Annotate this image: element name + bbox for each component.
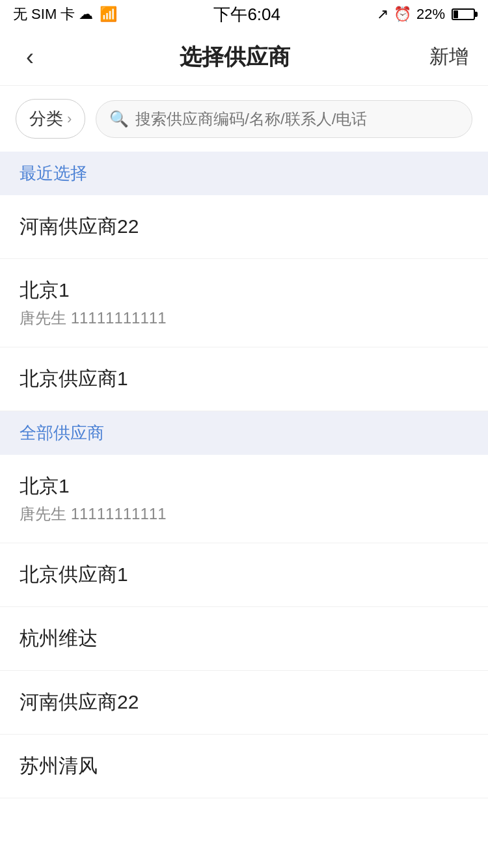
filter-bar: 分类 › 🔍 xyxy=(0,86,488,152)
search-input[interactable] xyxy=(135,110,459,128)
status-right: ↗ ⏰ 22% xyxy=(377,6,475,23)
list-item[interactable]: 河南供应商22 xyxy=(0,671,488,735)
status-left: 无 SIM 卡 ☁ 📶 xyxy=(13,5,117,24)
location-icon: ↗ xyxy=(377,6,388,23)
supplier-list: 最近选择河南供应商22北京1唐先生 11111111111北京供应商1全部供应商… xyxy=(0,152,488,798)
section-header-text-recent: 最近选择 xyxy=(20,163,87,183)
page-title: 选择供应商 xyxy=(180,42,290,72)
status-time: 下午6:04 xyxy=(213,3,280,26)
alarm-icon: ⏰ xyxy=(394,6,411,23)
item-name: 北京供应商1 xyxy=(20,366,468,392)
item-name: 杭州维达 xyxy=(20,625,468,652)
section-header-all: 全部供应商 xyxy=(0,411,488,455)
category-label: 分类 xyxy=(29,107,63,130)
sim-status: 无 SIM 卡 ☁ xyxy=(13,5,93,24)
list-item[interactable]: 北京供应商1 xyxy=(0,347,488,411)
wifi-icon: 📶 xyxy=(100,6,117,23)
section-header-recent: 最近选择 xyxy=(0,152,488,195)
chevron-right-icon: › xyxy=(67,111,72,128)
item-name: 北京供应商1 xyxy=(20,562,468,588)
item-name: 苏州清风 xyxy=(20,753,468,780)
battery-percent: 22% xyxy=(416,6,445,23)
list-item[interactable]: 北京1唐先生 11111111111 xyxy=(0,455,488,543)
status-bar: 无 SIM 卡 ☁ 📶 下午6:04 ↗ ⏰ 22% xyxy=(0,0,488,29)
item-name: 河南供应商22 xyxy=(20,213,468,240)
nav-bar: ‹ 选择供应商 新增 xyxy=(0,29,488,86)
list-item[interactable]: 河南供应商22 xyxy=(0,195,488,259)
item-name: 北京1 xyxy=(20,277,468,304)
item-detail: 唐先生 11111111111 xyxy=(20,308,468,329)
item-detail: 唐先生 11111111111 xyxy=(20,504,468,524)
list-item[interactable]: 北京1唐先生 11111111111 xyxy=(0,259,488,347)
list-item[interactable]: 苏州清风 xyxy=(0,735,488,798)
item-name: 北京1 xyxy=(20,473,468,500)
list-item[interactable]: 杭州维达 xyxy=(0,607,488,671)
new-action-button[interactable]: 新增 xyxy=(429,44,468,70)
item-name: 河南供应商22 xyxy=(20,689,468,716)
category-button[interactable]: 分类 › xyxy=(16,99,85,139)
section-header-text-all: 全部供应商 xyxy=(20,423,104,442)
back-button[interactable]: ‹ xyxy=(20,37,40,77)
list-item[interactable]: 北京供应商1 xyxy=(0,543,488,607)
battery-icon xyxy=(452,8,475,20)
search-icon: 🔍 xyxy=(109,110,129,128)
search-box[interactable]: 🔍 xyxy=(96,100,472,138)
